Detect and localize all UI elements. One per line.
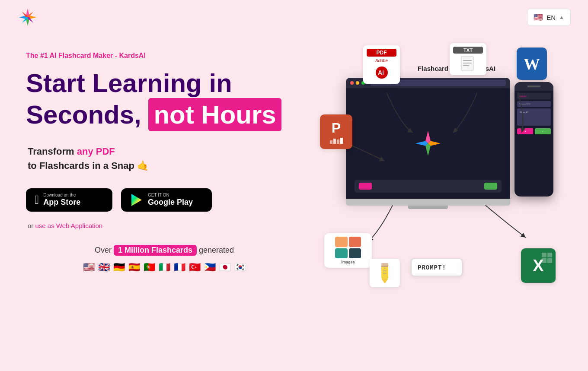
toolbar-close-dot <box>350 81 354 85</box>
phone-content: KardsAI Flashcard 1/10 What is AI? ✗ ✓ <box>514 91 553 137</box>
prompt-label: PROMPT! <box>418 264 446 271</box>
pdf-icon: PDF Adobe Ai <box>363 45 400 84</box>
flags-row: 🇺🇸 🇬🇧 🇩🇪 🇪🇸 🇵🇹 🇮🇹 🇫🇷 🇹🇷 🇵🇭 🇯🇵 🇰🇷 <box>26 262 303 273</box>
flag-fr: 🇫🇷 <box>174 262 185 273</box>
svg-rect-2 <box>461 56 473 71</box>
phone-toolbar <box>514 82 553 91</box>
phone-screen: KardsAI Flashcard 1/10 What is AI? ✗ ✓ <box>514 82 553 197</box>
laptop-screen: kardsai.com <box>346 78 510 199</box>
txt-icon: TXT <box>450 43 486 75</box>
sub-heading-highlight: any PDF <box>77 146 115 157</box>
google-play-icon <box>130 193 144 207</box>
flag-gb: 🇬🇧 <box>98 262 110 273</box>
svg-rect-9 <box>340 138 343 144</box>
us-flag-icon: 🇺🇸 <box>534 13 543 22</box>
ppt-chart <box>330 138 343 144</box>
app-store-button[interactable]:  Download on the App Store <box>26 188 112 212</box>
illustration-container: Flashcard Maker KardsAI kardsai.com <box>320 43 562 311</box>
laptop-base <box>346 199 510 206</box>
google-play-text-group: GET IT ON Google Play <box>148 193 193 207</box>
app-store-large-text: App Store <box>43 198 80 207</box>
flag-de: 🇩🇪 <box>113 262 125 273</box>
laptop-bottom-bar <box>355 180 502 193</box>
toolbar-minimize-dot <box>356 81 359 85</box>
stats-section: Over 1 Million Flashcards generated 🇺🇸 🇬… <box>26 245 303 273</box>
web-link-section: or use as Web Application <box>26 222 303 229</box>
app-buttons:  Download on the App Store <box>26 188 303 212</box>
word-icon: W <box>517 48 551 80</box>
laptop-logo <box>413 128 443 159</box>
svg-marker-0 <box>131 194 142 206</box>
tagline: The #1 AI Flashcard Maker - KardsAI <box>26 52 303 60</box>
svg-rect-13 <box>381 266 388 267</box>
sub-heading: Transform any PDF to Flashcards in a Sna… <box>26 144 303 173</box>
svg-rect-8 <box>337 140 339 144</box>
header: 🇺🇸 EN ▲ <box>0 0 588 35</box>
flag-ph: 🇵🇭 <box>204 262 216 273</box>
logo-container <box>17 7 38 28</box>
google-play-small-text: GET IT ON <box>148 193 193 198</box>
flag-it: 🇮🇹 <box>159 262 170 273</box>
right-panel: Flashcard Maker KardsAI kardsai.com <box>320 43 562 311</box>
flag-jp: 🇯🇵 <box>219 262 231 273</box>
pdf-sub: Adobe <box>375 58 388 63</box>
app-store-text-group: Download on the App Store <box>43 193 80 207</box>
pencil-icon <box>376 262 393 284</box>
language-label: EN <box>546 14 556 21</box>
heading-highlight: not Hours <box>148 98 281 131</box>
google-play-button[interactable]: GET IT ON Google Play <box>121 188 212 212</box>
language-selector[interactable]: 🇺🇸 EN ▲ <box>527 9 571 26</box>
device-area: kardsai.com <box>346 78 553 251</box>
apple-icon:  <box>35 193 39 207</box>
flag-es: 🇪🇸 <box>128 262 140 273</box>
app-store-small-text: Download on the <box>43 193 80 198</box>
web-link-prefix: or <box>28 222 33 229</box>
chevron-up-icon: ▲ <box>559 14 564 20</box>
txt-label: TXT <box>453 47 483 54</box>
svg-rect-12 <box>381 263 388 266</box>
million-badge: 1 Million Flashcards <box>114 245 197 256</box>
sub-heading-transform: Transform <box>28 146 74 157</box>
bottom-bar-btn-2 <box>484 183 497 190</box>
svg-marker-11 <box>381 279 388 284</box>
images-icon: images <box>324 233 372 268</box>
phone-notch <box>527 86 540 87</box>
kardsai-logo-icon <box>17 7 38 28</box>
web-app-link[interactable]: use as Web Application <box>35 222 103 229</box>
heading-line2-prefix: Seconds, <box>26 100 141 129</box>
laptop-stand <box>408 206 448 209</box>
left-panel: The #1 AI Flashcard Maker - KardsAI Star… <box>26 43 303 311</box>
txt-file-icon <box>460 55 477 72</box>
sub-heading-suffix: to Flashcards in a Snap 🤙 <box>28 160 149 171</box>
ppt-icon: P <box>320 114 355 149</box>
ppt-letter: P <box>332 120 341 136</box>
svg-rect-7 <box>333 139 336 144</box>
hero-heading: Start Learning in Seconds, not Hours <box>26 68 303 131</box>
stats-prefix: Over <box>95 246 112 254</box>
bottom-bar-btn-1 <box>359 183 372 190</box>
flag-kr: 🇰🇷 <box>234 262 246 273</box>
svg-rect-6 <box>330 140 332 144</box>
images-label: images <box>341 260 355 264</box>
pdf-label: PDF <box>367 49 396 57</box>
google-play-large-text: Google Play <box>148 198 193 207</box>
prompt-icon: PROMPT! <box>411 258 463 276</box>
flag-tr: 🇹🇷 <box>189 262 201 273</box>
excel-icon: X <box>521 248 558 283</box>
pdf-acrobat-icon: Ai <box>374 65 390 80</box>
word-letter: W <box>524 54 540 73</box>
stats-suffix: generated <box>199 246 234 254</box>
notes-icon <box>370 259 400 287</box>
laptop-content <box>346 88 510 199</box>
main-content: The #1 AI Flashcard Maker - KardsAI Star… <box>0 35 588 320</box>
heading-line1: Start Learning in <box>26 69 232 98</box>
flag-pt: 🇵🇹 <box>144 262 155 273</box>
stats-text: Over 1 Million Flashcards generated <box>26 245 303 256</box>
flag-us: 🇺🇸 <box>83 262 95 273</box>
svg-text:Ai: Ai <box>378 69 384 76</box>
